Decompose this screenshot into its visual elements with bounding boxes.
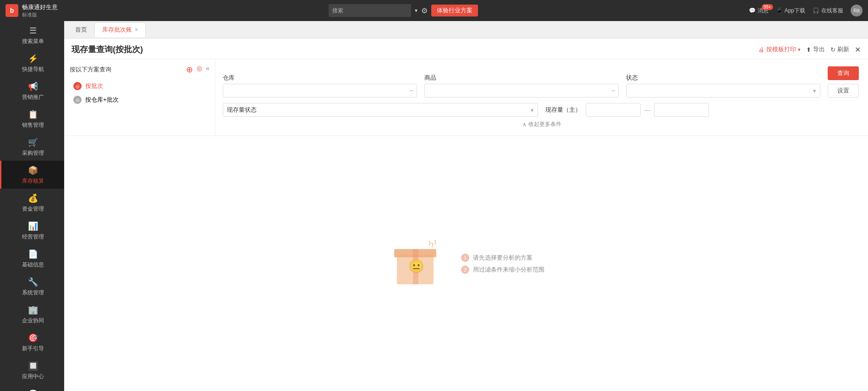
- sidebar-item-system[interactable]: 🔧 系统管理: [0, 272, 64, 300]
- basic-icon: 📄: [28, 249, 38, 259]
- stock-status-arrow: ▾: [531, 107, 534, 114]
- dropdown-icon[interactable]: ▾: [415, 7, 418, 14]
- purchase-icon: 🛒: [28, 137, 38, 147]
- finance-icon: 💰: [28, 193, 38, 203]
- sidebar-item-apps[interactable]: 🔲 应用中心: [0, 356, 64, 384]
- marketing-icon: 📢: [28, 81, 38, 92]
- empty-illustration: 😐: [388, 236, 443, 291]
- quick-nav-icon: ⚡: [28, 54, 38, 64]
- app-logo: b: [5, 4, 18, 17]
- filter-buttons: 查询 设置: [828, 66, 861, 98]
- status-dropdown-icon: ▾: [813, 87, 816, 94]
- page-title: 现存量查询(按批次): [71, 44, 143, 55]
- sidebar-item-finance[interactable]: 💰 资金管理: [0, 189, 64, 217]
- export-icon: ⬆: [806, 46, 811, 53]
- empty-text: 1 请先选择要分析的方案 2 用过滤条件来缩小分析范围: [461, 254, 544, 274]
- refresh-button[interactable]: ↻ 刷新: [830, 45, 849, 54]
- topbar-right: 💬 消息 99+ 📱 App下载 🎧 在线客服 Rit: [749, 5, 863, 16]
- sidebar-item-wechat[interactable]: 💬 企业微信: [0, 384, 64, 391]
- service-button[interactable]: 🎧 在线客服: [813, 7, 843, 15]
- tab-bar: 首页 库存批次账 ×: [64, 21, 868, 38]
- page-header: 现存量查询(按批次) 🖨 按模板打印 ▾ ⬆ 导出 ↻ 刷新: [64, 38, 868, 59]
- main-layout: ☰ 搜索菜单 ⚡ 快捷导航 📢 营销推广 📋 销售管理 🛒 采购管理 📦 库存核…: [0, 21, 868, 391]
- filter-collapse-icon[interactable]: «: [206, 65, 209, 75]
- sidebar-item-inventory[interactable]: 📦 库存核算: [0, 161, 64, 189]
- empty-svg: 😐: [388, 236, 443, 291]
- search-menu-icon: ☰: [29, 26, 37, 36]
- sidebar-item-basic[interactable]: 📄 基础信息: [0, 244, 64, 272]
- gear-icon[interactable]: ⚙: [421, 6, 428, 15]
- export-button[interactable]: ⬆ 导出: [806, 45, 825, 54]
- stock-qty-dash: —: [644, 107, 650, 114]
- stock-qty-max-input[interactable]: [654, 103, 709, 117]
- stock-status-select[interactable]: 现存量状态 ▾: [223, 103, 538, 117]
- sidebar-item-marketing[interactable]: 📢 营销推广: [0, 77, 64, 105]
- query-button[interactable]: 查询: [828, 66, 859, 80]
- stock-qty-row: 现存量（主） —: [545, 103, 861, 117]
- wechat-icon: 💬: [28, 389, 38, 391]
- topbar-center: 搜索 ▾ ⚙ 体验行业方案: [329, 4, 478, 17]
- filter-add-icon[interactable]: ⊕: [186, 65, 193, 75]
- newuser-icon: 🎯: [28, 333, 38, 343]
- warehouse-field: 仓库 ···: [223, 74, 417, 98]
- sidebar-item-operations[interactable]: 📊 经营管理: [0, 217, 64, 244]
- sidebar: ☰ 搜索菜单 ⚡ 快捷导航 📢 营销推广 📋 销售管理 🛒 采购管理 📦 库存核…: [0, 21, 64, 391]
- print-dropdown-icon[interactable]: ▾: [798, 47, 801, 53]
- app-title: 畅康通好生意: [22, 3, 58, 11]
- topbar: b 畅康通好生意 标准版 搜索 ▾ ⚙ 体验行业方案 💬 消息 99+ 📱 Ap…: [0, 0, 868, 21]
- headset-icon: 🎧: [813, 7, 819, 14]
- content-area: 现存量查询(按批次) 🖨 按模板打印 ▾ ⬆ 导出 ↻ 刷新: [64, 38, 868, 391]
- print-button[interactable]: 🖨 按模板打印 ▾: [758, 45, 801, 54]
- status-select[interactable]: ▾: [626, 84, 820, 98]
- sidebar-item-sales[interactable]: 📋 销售管理: [0, 105, 64, 133]
- collapse-more-button[interactable]: ∧ 收起更多条件: [223, 120, 861, 128]
- tab-home[interactable]: 首页: [68, 23, 94, 37]
- phone-icon: 📱: [776, 7, 783, 14]
- message-icon: 💬: [749, 7, 756, 14]
- inventory-icon: 📦: [28, 165, 38, 175]
- stock-qty-field: 现存量（主） —: [545, 103, 861, 117]
- tab-close-icon[interactable]: ×: [135, 27, 138, 33]
- user-avatar[interactable]: Rit: [851, 5, 863, 16]
- message-button[interactable]: 💬 消息 99+: [749, 7, 769, 15]
- search-bar[interactable]: 搜索: [329, 4, 411, 17]
- enterprise-icon: 🏢: [28, 305, 38, 315]
- filter-right: 仓库 ··· 商品 ···: [215, 59, 868, 136]
- sidebar-item-search[interactable]: ☰ 搜索菜单: [0, 21, 64, 49]
- topbar-left: b 畅康通好生意 标准版: [5, 3, 58, 18]
- tab-batch-account[interactable]: 库存批次账 ×: [94, 22, 146, 37]
- filter-section: 按以下方案查询 ⊕ ◎ « ◎ 按批次 ◎ 按仓库+批次: [64, 59, 868, 136]
- goods-input[interactable]: ···: [424, 84, 619, 98]
- stock-status-field: 现存量状态 ▾: [223, 103, 538, 117]
- status-field: 状态 ▾: [626, 74, 820, 98]
- page-actions: 🖨 按模板打印 ▾ ⬆ 导出 ↻ 刷新 ✕: [758, 45, 861, 54]
- close-button[interactable]: ✕: [855, 45, 861, 54]
- right-panel: 首页 库存批次账 × 现存量查询(按批次) 🖨 按模板打印 ▾ ⬆: [64, 21, 868, 391]
- filter-option-warehouse-batch[interactable]: ◎ 按仓库+批次: [70, 93, 209, 107]
- empty-hint-1: 1 请先选择要分析的方案: [461, 254, 544, 262]
- sidebar-item-quick-nav[interactable]: ⚡ 快捷导航: [0, 49, 64, 77]
- filter-left-header: 按以下方案查询 ⊕ ◎ «: [70, 65, 209, 75]
- system-icon: 🔧: [28, 277, 38, 287]
- sidebar-item-purchase[interactable]: 🛒 采购管理: [0, 133, 64, 161]
- filter-option-batch-icon: ◎: [73, 82, 82, 90]
- app-download-button[interactable]: 📱 App下载: [776, 7, 805, 15]
- industry-button[interactable]: 体验行业方案: [431, 5, 478, 16]
- filter-left-actions: ⊕ ◎ «: [186, 65, 209, 75]
- stock-qty-min-input[interactable]: [586, 103, 641, 117]
- warehouse-input[interactable]: ···: [223, 84, 417, 98]
- empty-hint-2: 2 用过滤条件来缩小分析范围: [461, 266, 544, 274]
- settings-button[interactable]: 设置: [828, 84, 859, 98]
- filter-option-batch[interactable]: ◎ 按批次: [70, 79, 209, 93]
- filter-settings-icon[interactable]: ◎: [197, 65, 202, 75]
- filter-row-1: 仓库 ··· 商品 ···: [223, 66, 861, 98]
- sales-icon: 📋: [28, 109, 38, 119]
- apps-icon: 🔲: [28, 361, 38, 371]
- goods-dots: ···: [611, 87, 615, 95]
- sidebar-item-enterprise[interactable]: 🏢 企业协同: [0, 300, 64, 328]
- filter-left-title: 按以下方案查询: [70, 65, 111, 74]
- avatar: Rit: [851, 5, 863, 16]
- sidebar-item-newuser[interactable]: 🎯 新手引导: [0, 328, 64, 356]
- printer-icon: 🖨: [758, 46, 764, 53]
- app-subtitle: 标准版: [22, 11, 58, 18]
